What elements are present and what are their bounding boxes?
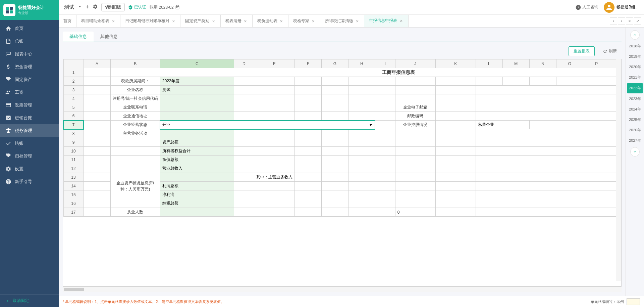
cell-13f[interactable] [294,173,321,182]
cell-7j[interactable]: 企业控股情况 [395,121,435,129]
cell-11i[interactable] [375,156,395,164]
cell-10l[interactable] [476,147,621,156]
tab-tax-list[interactable]: 税表清册 × [221,15,253,28]
cell-8b[interactable]: 主营业务活动 [110,129,160,138]
cell-8e[interactable] [254,129,294,138]
cell-17g[interactable] [321,208,348,217]
cell-2o[interactable] [556,77,583,86]
cell-9l[interactable] [476,138,621,147]
cell-5l[interactable] [476,103,621,112]
sidebar-item-close-account[interactable]: 结账 [0,137,59,150]
cell-15c[interactable]: 净利润 [160,190,234,199]
cell-4d[interactable] [234,94,254,103]
tab-close-icon[interactable]: × [111,18,115,24]
sidebar-item-trade[interactable]: 进销台账 [0,112,59,124]
cell-5i[interactable] [375,103,395,112]
cell-12l[interactable] [476,164,621,173]
cell-12h[interactable] [348,164,375,173]
cell-7n[interactable] [529,121,621,129]
cell-2k[interactable] [435,77,476,86]
cell-12c[interactable]: 营业总收入 [160,164,234,173]
cell-11d[interactable] [234,156,254,164]
cell-6h[interactable] [348,112,375,121]
sidebar-item-guide[interactable]: 新手引导 [0,175,59,188]
cell-11l[interactable] [476,156,621,164]
cell-10g[interactable] [321,147,348,156]
cell-13k[interactable] [435,173,476,182]
cell-16g[interactable] [321,199,348,208]
cell-4f[interactable] [294,94,321,103]
cell-12i[interactable] [375,164,395,173]
cell-15f[interactable] [294,190,321,199]
cell-3f[interactable] [294,86,321,94]
cell-17l[interactable] [476,208,621,217]
cell-4e[interactable] [254,94,294,103]
refresh-button[interactable]: 刷新 [598,47,622,56]
cell-5j[interactable]: 企业电子邮箱 [395,103,435,112]
cell-15e[interactable] [254,190,294,199]
cell-13e[interactable]: 其中：主营业务收入 [254,173,294,182]
cell-6f[interactable] [294,112,321,121]
sidebar-logo[interactable]: 畅捷通好会计 专业版 [0,0,59,20]
tab-subject-balance[interactable]: 科目辅助余额表 × [76,15,120,28]
cell-14g[interactable] [321,182,348,190]
sidebar-item-archive[interactable]: 归档管理 [0,150,59,163]
year-item-2022[interactable]: 2022年 [627,83,643,93]
tab-close-icon[interactable]: × [171,18,175,24]
cell-6j[interactable]: 邮政编码 [395,112,435,121]
cell-16f[interactable] [294,199,321,208]
cell-1a[interactable] [84,68,110,77]
cell-title[interactable]: 工商年报信息表 [160,68,621,77]
sidebar-item-report[interactable]: 报表中心 [0,48,59,60]
cell-11j[interactable] [395,156,435,164]
cell-7k[interactable] [435,121,476,129]
cell-7a[interactable] [84,121,110,129]
cell-6g[interactable] [321,112,348,121]
tab-close-icon[interactable]: × [399,18,403,24]
cell-4a[interactable] [84,94,110,103]
cell-2a[interactable] [84,77,110,86]
cell-14a[interactable] [84,182,110,190]
cell-12a[interactable] [84,164,110,173]
cell-9c[interactable]: 资产总额 [160,138,234,147]
cell-11f[interactable] [294,156,321,164]
cell-5a[interactable] [84,103,110,112]
cell-7c-dropdown[interactable]: 开业 ▼ [160,121,375,129]
sidebar-item-setting[interactable]: 设置 [0,163,59,175]
cell-4h[interactable] [348,94,375,103]
dropdown-container[interactable]: 开业 ▼ [160,122,375,128]
cell-6k[interactable] [435,112,476,121]
cell-15a[interactable] [84,190,110,199]
cell-13h[interactable] [348,173,375,182]
cell-14f[interactable] [294,182,321,190]
year-item-2026[interactable]: 2026年 [626,125,644,135]
cell-17a[interactable] [84,208,110,217]
tab-income-tax[interactable]: 所得税汇算清缴 × [320,15,364,28]
cell-16k[interactable] [435,199,476,208]
cell-4i[interactable] [375,94,395,103]
spreadsheet-scroll[interactable]: A B C D E F G H I J [63,59,621,286]
cell-6b[interactable]: 企业通信地址 [110,112,160,121]
cell-14i[interactable] [375,182,395,190]
sidebar-item-tax[interactable]: 税务管理 [0,124,59,137]
year-item-2021[interactable]: 2021年 [626,72,644,83]
cell-13a[interactable] [84,173,110,182]
cell-12j[interactable] [395,164,435,173]
tab-close-icon[interactable]: × [211,18,215,24]
cell-16a[interactable] [84,199,110,208]
dropdown-icon[interactable] [77,4,82,10]
cell-11b[interactable] [110,156,160,164]
year-item-2019[interactable]: 2019年 [626,51,644,62]
tab-home[interactable]: 首页 [61,15,76,28]
switch-old-version-button[interactable]: 切到旧版 [101,3,125,11]
settings-icon[interactable] [93,4,98,10]
cell-11a[interactable] [84,156,110,164]
cell-6c[interactable] [160,112,234,121]
cell-4j[interactable] [395,94,435,103]
cell-7i[interactable] [375,121,395,129]
cell-3j[interactable] [395,86,435,94]
tab-tax-fluctuation[interactable]: 税负波动表 × [253,15,288,28]
sidebar-item-ledger[interactable]: 总账 [0,35,59,48]
tabs-prev-button[interactable]: ‹ [610,17,617,25]
cell-7b[interactable]: 企业经营状态 [110,121,160,129]
